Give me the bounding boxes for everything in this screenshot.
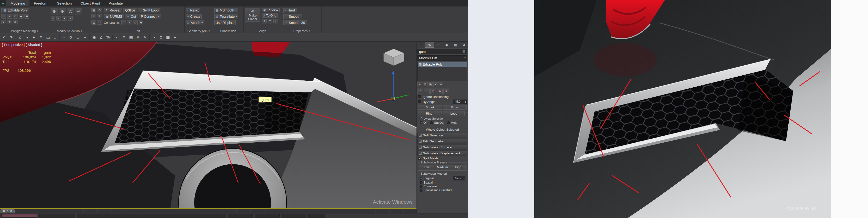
hierarchy-tab-icon[interactable]: ⌂ [434,42,443,48]
preview-off-radio[interactable]: Off [419,121,428,125]
select-object-icon[interactable]: ► [31,34,37,41]
spinner-arrows-icon[interactable]: ▴▾ [465,101,466,103]
ring-selection-icon[interactable]: ◎ [67,8,74,15]
mirror-icon[interactable]: ◐ [114,34,120,41]
preview-multi-radio[interactable]: Multi [446,121,458,125]
window-crossing-icon[interactable]: □ [52,34,58,41]
select-link-icon[interactable]: ⌂ [17,34,24,41]
app-icon[interactable]: ◆ [0,0,6,6]
by-angle-row[interactable]: By Angle: 45.0▴▾ [417,99,468,104]
modifier-list-dropdown[interactable]: Modifier List▾ [417,55,467,61]
undo-icon[interactable]: ↶ [1,34,7,41]
split-mesh-row[interactable]: ✓Split Mesh [417,156,468,160]
preset-high-button[interactable]: High [451,165,466,170]
cut-button[interactable]: ✎Cut [125,14,138,19]
shrink-selection-icon[interactable]: ⊖ [59,8,66,15]
rollout-subdivision-displacement[interactable]: −Subdivision Displacement [417,150,467,156]
rotate-icon[interactable]: ⟳ [68,34,74,41]
viewport-canvas[interactable] [0,42,416,209]
align-z-button[interactable]: Z [273,19,278,24]
motion-tab-icon[interactable]: ◉ [443,42,451,48]
group-label[interactable]: Align [244,29,282,33]
ribbon-tab-freeform[interactable]: Freeform [30,0,53,6]
viewport[interactable]: [ Perspective ] [ Shaded ] Totalgum Poly… [0,42,416,209]
p-connect-button[interactable]: P Connect▾ [139,14,161,19]
method-regular-radio[interactable]: Regular Steps:▴▾ [419,176,466,181]
group-label[interactable]: Modify Selection▾ [49,29,90,33]
border-mode-icon[interactable]: □ [13,14,18,19]
modify-tab-icon[interactable]: ⟲ [425,42,434,48]
ring-grow-icon[interactable]: ▴ [51,16,55,21]
checkbox-checked[interactable]: ✓ [418,157,421,160]
pin-stack-icon[interactable]: ⌖ [417,82,422,87]
group-label[interactable]: Edit [90,29,184,33]
constraint-normal-icon[interactable]: ◆ [138,20,144,25]
tweak-icon[interactable]: ◇ [97,8,102,12]
ribbon-tab-object-paint[interactable]: Object Paint [76,0,104,6]
angle-snap-icon[interactable]: ∠ [98,34,104,41]
method-spatial-radio[interactable]: Spatial [419,181,466,184]
preview-subobj-radio[interactable]: SubObj [430,121,444,125]
constraint-none-icon[interactable]: · [121,20,126,25]
ring-spinner-icon[interactable]: ▴▾ [441,111,442,116]
relax-button[interactable]: ≈Relax [186,8,200,13]
spinner-arrows-icon[interactable]: ▴▾ [464,177,464,179]
render-setup-icon[interactable]: ⚙ [158,34,164,41]
method-spatial-curvature-radio[interactable]: Spatial and Curvature [419,188,466,192]
create-tab-icon[interactable]: + [417,42,425,48]
align-x-button[interactable]: X [262,19,267,24]
display-tab-icon[interactable]: ▦ [451,42,459,48]
pivot-icon[interactable]: ⊕ [13,20,18,25]
move-icon[interactable]: + [61,34,67,41]
percent-snap-icon[interactable]: % [105,34,111,41]
constraint-edge-icon[interactable]: / [127,20,132,25]
material-editor-icon[interactable]: ◑ [151,34,157,41]
make-unique-icon[interactable]: ▣ [428,82,433,87]
checkbox[interactable] [418,95,421,98]
configure-modifier-icon[interactable]: ≡ [439,82,443,87]
snap-toggle-icon[interactable]: ◉ [91,34,97,41]
coordinate-z-field[interactable] [281,214,306,218]
group-label[interactable]: Geometry (All)▾ [185,29,213,33]
ignore-backfacing-row[interactable]: Ignore Backfacing [417,94,468,99]
qslice-button[interactable]: QSlice [123,8,137,13]
vertex-mode-icon[interactable]: ∴ [1,14,6,19]
graph-editor-icon[interactable]: # [135,34,141,41]
hard-button[interactable]: ▪Hard [283,8,297,13]
object-color-swatch[interactable] [462,50,466,53]
polygon-icon[interactable]: ◆ [437,88,443,94]
shrink-button[interactable]: Shrink [418,105,442,110]
border-icon[interactable]: □ [430,88,436,94]
make-planar-button[interactable]: ▱Make Planar [245,8,260,22]
rollout-soft-selection[interactable]: +Soft Selection [417,133,467,138]
edge-icon[interactable]: / [424,88,430,94]
grow-selection-icon[interactable]: ⊕ [51,8,58,15]
ring-button[interactable]: Ring [418,111,440,116]
ribbon-tab-modeling[interactable]: Modeling [6,0,30,6]
loop-spinner-icon[interactable]: ▴▾ [466,111,467,116]
rollout-edit-geometry[interactable]: +Edit Geometry [417,139,467,144]
select-by-name-icon[interactable]: ≡ [38,34,44,41]
modifier-stack[interactable]: ▦Editable Poly [417,62,467,81]
curve-editor-icon[interactable]: ✎ [142,34,148,41]
repeat-button[interactable]: ↻Repeat [104,8,122,13]
to-view-button[interactable]: ◉To View [262,8,280,12]
triangle-icon[interactable]: △ [91,20,96,25]
ribbon-tab-selection[interactable]: Selection [53,0,76,6]
stack-item-editable-poly[interactable]: ▦Editable Poly [418,62,467,67]
rendered-frame-icon[interactable]: ▣ [165,34,171,41]
viewport-label[interactable]: [ Perspective ] [ Shaded ] [2,43,42,47]
by-angle-spinner[interactable]: 45.0▴▾ [453,100,467,104]
smooth-button[interactable]: ∩Smooth [283,14,302,19]
loop-shrink-icon[interactable]: ▾ [68,16,73,21]
to-grid-button[interactable]: #To Grid [262,13,278,18]
ribbon-tab-populate[interactable]: Populate [104,0,127,6]
element-icon[interactable]: ■ [443,88,449,94]
element-mode-icon[interactable]: ■ [25,14,29,19]
relax-tool-icon[interactable]: ≈ [91,14,96,19]
group-label[interactable]: Subdivision [213,29,243,33]
group-label[interactable]: Properties▾ [282,29,321,33]
reference-coord-icon[interactable]: ▾ [82,34,88,41]
align-y-button[interactable]: Y [268,19,272,24]
msmooth-button[interactable]: ▦MSmooth▾ [214,8,238,13]
